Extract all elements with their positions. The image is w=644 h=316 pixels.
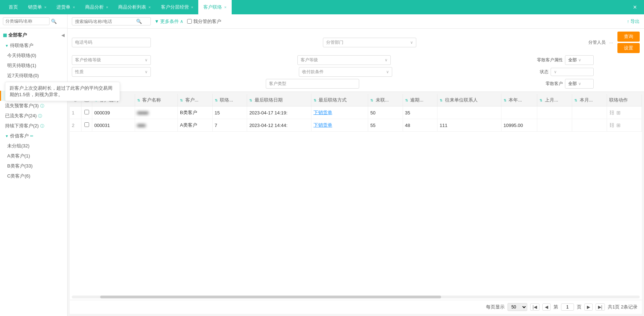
nav-item-analysis[interactable]: 商品分析 × [80,0,113,14]
horizontal-scrollbar[interactable] [72,296,640,298]
nav-item-purchase[interactable]: 进货单 × [51,0,80,14]
row2-last-date: 2023-04-12 14:44: [247,119,311,132]
phone-field[interactable]: 电话号码 [72,38,151,47]
row1-checkbox[interactable] [84,110,89,114]
retail-attr-val: 全部 [568,57,577,63]
export-label: 导出 [630,18,640,25]
edit-icon[interactable]: ✏ [30,134,33,138]
customer-type-field[interactable]: 客户类型 [266,79,359,89]
customers-table: ⚙ ⇅ 客户编码 ⇅ 客户名称 [70,94,642,132]
nav-item-customer-contact[interactable]: 客户联络 × [198,0,231,14]
row2-last-method-val[interactable]: 下销货单 [314,122,332,128]
table-container: ⚙ ⇅ 客户编码 ⇅ 客户名称 [70,94,642,314]
sort-icon-last-date[interactable]: ⇅ [249,98,252,102]
sidebar-item-declining[interactable]: 持续下滑客户(2) ⓘ [0,121,67,131]
retail-attr-select[interactable]: 全部 ∨ [565,55,594,65]
sort-icon-contact[interactable]: ⇅ [215,98,218,102]
sidebar-item-c-class[interactable]: C类客户(6) [0,171,67,181]
row2-last-date-val: 2023-04-12 14:44: [249,123,287,128]
row2-checkbox[interactable] [84,122,89,127]
nav-item-customer-tier[interactable]: 客户分层经营 × [156,0,198,14]
sort-icon-last-method[interactable]: ⇅ [314,98,316,102]
sidebar-item-churn-warning[interactable]: 流失预警客户(3) ⓘ [0,101,67,111]
row1-last-method-val[interactable]: 下销货单 [314,110,332,115]
prev-page-button[interactable]: ◀ [542,303,551,311]
row2-name-val: ■■■ [137,123,146,128]
row1-grid-icon[interactable]: ⊞ [616,110,621,115]
sort-icon-uncontacted[interactable]: ⇅ [370,98,373,102]
sidebar-item-today[interactable]: 今天待联络(0) [0,51,67,61]
table-wrapper[interactable]: ⚙ ⇅ 客户编码 ⇅ 客户名称 [70,94,642,296]
pending-contact-section[interactable]: ▼ 待联络客户 [0,41,67,51]
nav-label-analysis-list: 商品分析列表 [118,4,146,10]
customer-level-field[interactable]: 客户等级 ∨ [297,55,391,65]
manager-dots[interactable]: ··· [608,40,615,45]
sidebar-item-tomorrow[interactable]: 明天待联络(1) [0,61,67,71]
search-input[interactable] [75,19,136,24]
row2-code-val: 000031 [94,123,110,128]
sort-icon-type[interactable]: ⇅ [180,98,183,102]
nav-item-analysis-list[interactable]: 商品分析列表 × [113,0,156,14]
gender-field[interactable]: 性质 ∨ [72,67,151,77]
first-page-button[interactable]: |◀ [530,303,539,311]
query-button[interactable]: 查询 [617,32,640,42]
value-customer-section[interactable]: ▼ 价值客户 ✏ [0,131,67,141]
my-customers-checkbox[interactable] [187,19,192,24]
sidebar-item-7days[interactable]: 近7天待联络(0) [0,71,67,81]
row2-link-icon[interactable]: ⛓ [609,122,614,128]
next-page-button[interactable]: ▶ [584,303,593,311]
row1-contact: 15 [212,107,247,119]
row2-contact-person: 111 [437,119,501,132]
sidebar-item-churned[interactable]: 已流失客户(24) ⓘ [0,111,67,121]
sidebar-search-button[interactable]: 🔍 [50,18,58,25]
dept-field[interactable]: 分管部门 ∨ [323,38,416,47]
sort-icon-this-year[interactable]: ⇅ [504,98,506,102]
scrollbar-thumb [100,296,441,298]
sidebar-item-a-class[interactable]: A类客户(1) [0,151,67,161]
per-page-select[interactable]: 50 100 200 [508,303,527,311]
a-class-label: A类客户(1) [7,153,30,159]
nav-close-customer-tier[interactable]: × [191,5,193,9]
nav-close-analysis[interactable]: × [106,5,108,9]
nav-close-customer-contact[interactable]: × [224,5,226,9]
retail-attr-group: 零散客户属性 全部 ∨ [537,55,594,65]
info-icon-declining[interactable]: ⓘ [40,123,44,129]
sort-icon-this-month[interactable]: ⇅ [574,98,577,102]
window-close-button[interactable]: × [629,4,640,11]
nav-close-sales[interactable]: × [44,5,46,9]
sort-icon-contact-person[interactable]: ⇅ [440,98,443,102]
payment-terms-field[interactable]: 收付款条件 ∨ [299,67,392,77]
row1-link-icon[interactable]: ⛓ [609,110,614,115]
row2-uncontacted: 55 [368,119,403,132]
status-select[interactable]: ∨ [551,68,594,76]
nav-close-purchase[interactable]: × [73,5,75,9]
set-button[interactable]: 设置 [617,43,640,53]
b-class-label: B类客户(33) [7,163,33,169]
price-level-arrow-icon: ∨ [145,58,148,62]
sidebar-search-input[interactable] [3,17,50,25]
sort-icon-last-month[interactable]: ⇅ [539,98,542,102]
page-number-input[interactable] [561,303,574,311]
nav-close-analysis-list[interactable]: × [148,5,150,9]
nav-item-home[interactable]: 首页 [4,0,23,14]
info-icon-churned[interactable]: ⓘ [38,113,42,119]
row2-grid-icon[interactable]: ⊞ [616,122,621,128]
retail-customer-select[interactable]: 全部 ∨ [565,79,594,89]
more-conditions-button[interactable]: ▼ 更多条件 ∧ [154,18,184,25]
sort-icon-overdue[interactable]: ⇅ [405,98,408,102]
sidebar-item-b-class[interactable]: B类客户(33) [0,161,67,171]
last-page-button[interactable]: ▶| [596,303,605,311]
retail-customer-arrow-icon: ∨ [578,81,581,86]
sort-icon-name[interactable]: ⇅ [137,98,140,102]
price-level-field[interactable]: 客户价格等级 ∨ [72,55,151,65]
price-level-label: 客户价格等级 [75,57,145,63]
export-button[interactable]: ↑ 导出 [627,18,640,25]
nav-item-sales[interactable]: 销货单 × [23,0,51,14]
info-icon-churn-warning[interactable]: ⓘ [40,103,44,109]
search-icon[interactable]: 🔍 [136,19,142,24]
all-customers-header[interactable]: ▦ 全部客户 ◀ [0,30,67,41]
row1-code: 000039 [92,107,135,119]
col-header-this-month: ⇅ 本月... [572,94,607,107]
row2-code: 000031 [92,119,135,132]
sidebar-item-ungroup[interactable]: 未分组(32) [0,141,67,151]
